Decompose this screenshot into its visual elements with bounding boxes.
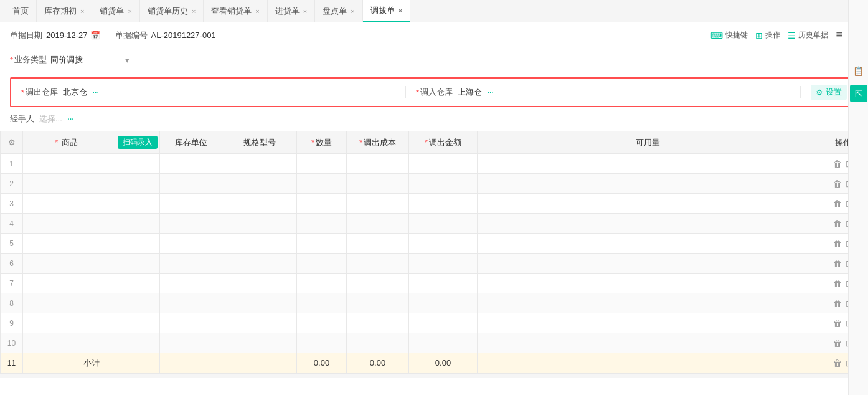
subtotal-delete-icon[interactable]: 🗑	[833, 358, 842, 368]
unit-cell[interactable]	[160, 274, 222, 293]
tab-sales-history[interactable]: 销货单历史 ×	[140, 0, 204, 22]
delete-icon[interactable]: 🗑	[833, 219, 842, 229]
close-tab-2[interactable]: ×	[128, 7, 131, 15]
history-btn[interactable]: ☰ 历史单据	[788, 30, 828, 40]
unit-cell[interactable]	[160, 293, 222, 313]
close-tab-5[interactable]: ×	[303, 7, 307, 15]
spec-cell[interactable]	[222, 214, 297, 234]
amount-cell[interactable]	[409, 194, 478, 214]
unit-cell[interactable]	[160, 174, 222, 194]
goods-cell[interactable]	[23, 313, 110, 333]
delete-icon[interactable]: 🗑	[833, 278, 842, 288]
tab-view-sales[interactable]: 查看销货单 ×	[204, 0, 267, 22]
unit-cell[interactable]	[160, 194, 222, 214]
close-tab-3[interactable]: ×	[192, 7, 196, 15]
spec-cell[interactable]	[222, 274, 297, 293]
spec-cell[interactable]	[222, 333, 297, 353]
unit-cell[interactable]	[160, 214, 222, 234]
spec-cell[interactable]	[222, 254, 297, 274]
unit-cell[interactable]	[160, 333, 222, 353]
close-tab-7[interactable]: ×	[399, 7, 402, 14]
col-header-scan[interactable]: 扫码录入	[110, 131, 160, 154]
tab-transfer[interactable]: 调拨单 ×	[363, 0, 410, 22]
qty-cell[interactable]	[297, 234, 347, 254]
table-gear-icon[interactable]: ⚙	[8, 138, 16, 147]
amount-cell[interactable]	[409, 293, 478, 313]
delete-icon[interactable]: 🗑	[833, 338, 842, 348]
goods-cell[interactable]	[23, 154, 110, 174]
in-ellipsis-btn[interactable]: ···	[487, 87, 493, 98]
cost-cell[interactable]	[347, 274, 409, 293]
goods-cell[interactable]	[23, 333, 110, 353]
amount-cell[interactable]	[409, 214, 478, 234]
qty-cell[interactable]	[297, 214, 347, 234]
cost-cell[interactable]	[347, 293, 409, 313]
tab-purchase[interactable]: 进货单 ×	[268, 0, 315, 22]
out-ellipsis-btn[interactable]: ···	[92, 87, 98, 98]
delete-icon[interactable]: 🗑	[833, 239, 842, 249]
col-header-gear[interactable]: ⚙	[1, 131, 23, 154]
operate-btn[interactable]: ⊞ 操作	[755, 30, 780, 40]
spec-cell[interactable]	[222, 293, 297, 313]
delete-icon[interactable]: 🗑	[833, 259, 842, 269]
qty-cell[interactable]	[297, 194, 347, 214]
cost-cell[interactable]	[347, 194, 409, 214]
shortcut-btn[interactable]: ⌨ 快捷键	[710, 30, 748, 40]
spec-cell[interactable]	[222, 154, 297, 174]
delete-icon[interactable]: 🗑	[833, 318, 842, 328]
close-tab-6[interactable]: ×	[351, 7, 354, 15]
tab-stocktake[interactable]: 盘点单 ×	[315, 0, 362, 22]
amount-cell[interactable]	[409, 174, 478, 194]
qty-cell[interactable]	[297, 274, 347, 293]
amount-cell[interactable]	[409, 333, 478, 353]
in-value[interactable]: 上海仓	[458, 87, 482, 98]
close-tab-4[interactable]: ×	[255, 7, 259, 15]
goods-cell[interactable]	[23, 254, 110, 274]
goods-cell[interactable]	[23, 234, 110, 254]
scroll-bar[interactable]	[0, 373, 868, 378]
close-tab-1[interactable]: ×	[80, 7, 84, 15]
calendar-icon[interactable]: 📅	[90, 31, 100, 40]
setting-btn[interactable]: ⚙ 设置	[811, 85, 847, 100]
cost-cell[interactable]	[347, 234, 409, 254]
cost-cell[interactable]	[347, 313, 409, 333]
amount-cell[interactable]	[409, 234, 478, 254]
delete-icon[interactable]: 🗑	[833, 199, 842, 209]
goods-cell[interactable]	[23, 274, 110, 293]
cost-cell[interactable]	[347, 333, 409, 353]
goods-cell[interactable]	[23, 293, 110, 313]
tab-inventory-init[interactable]: 库存期初 ×	[37, 0, 92, 22]
scan-button[interactable]: 扫码录入	[118, 136, 158, 149]
cost-cell[interactable]	[347, 174, 409, 194]
side-expand-btn[interactable]: ⇱	[850, 85, 867, 102]
goods-cell[interactable]	[23, 214, 110, 234]
spec-cell[interactable]	[222, 194, 297, 214]
qty-cell[interactable]	[297, 154, 347, 174]
unit-cell[interactable]	[160, 254, 222, 274]
cost-cell[interactable]	[347, 154, 409, 174]
qty-cell[interactable]	[297, 313, 347, 333]
delete-icon[interactable]: 🗑	[833, 298, 842, 308]
business-value[interactable]: 同价调拨	[50, 54, 100, 65]
delete-icon[interactable]: 🗑	[833, 159, 842, 169]
delete-icon[interactable]: 🗑	[833, 179, 842, 189]
amount-cell[interactable]	[409, 274, 478, 293]
amount-cell[interactable]	[409, 313, 478, 333]
goods-cell[interactable]	[23, 194, 110, 214]
amount-cell[interactable]	[409, 154, 478, 174]
qty-cell[interactable]	[297, 254, 347, 274]
qty-cell[interactable]	[297, 293, 347, 313]
layout-btn-1[interactable]: ≡	[836, 29, 842, 42]
side-doc-btn[interactable]: 📋	[850, 62, 867, 80]
tab-home[interactable]: 首页	[5, 0, 37, 22]
qty-cell[interactable]	[297, 333, 347, 353]
out-value[interactable]: 北京仓	[63, 87, 87, 98]
spec-cell[interactable]	[222, 174, 297, 194]
person-ellipsis-btn[interactable]: ···	[67, 113, 73, 125]
tab-sales-order[interactable]: 销货单 ×	[92, 0, 139, 22]
spec-cell[interactable]	[222, 313, 297, 333]
cost-cell[interactable]	[347, 214, 409, 234]
goods-cell[interactable]	[23, 174, 110, 194]
unit-cell[interactable]	[160, 234, 222, 254]
cost-cell[interactable]	[347, 254, 409, 274]
